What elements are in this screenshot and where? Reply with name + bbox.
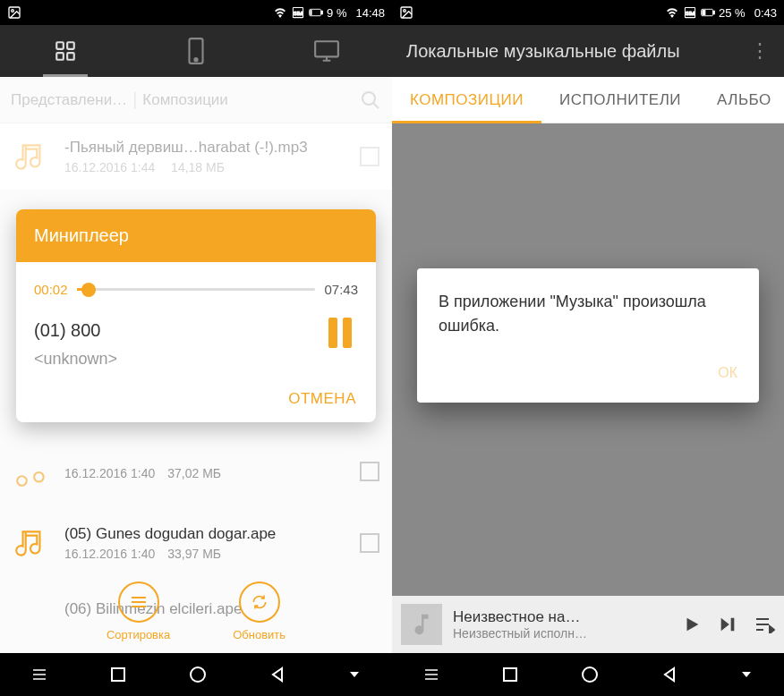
- file-row[interactable]: 16.12.2016 1:4037,02 МБ: [0, 444, 392, 510]
- svg-rect-26: [504, 668, 516, 681]
- status-bar: SIM 9 % 14:48: [0, 0, 392, 25]
- cancel-button[interactable]: ОТМЕНА: [288, 390, 356, 407]
- svg-rect-6: [311, 11, 311, 15]
- file-info: (05) Gunes dogudan dogar.ape 16.12.2016 …: [64, 525, 360, 561]
- top-tabs: [0, 25, 392, 77]
- sim-icon: SIM: [683, 5, 697, 20]
- dialog-title: Миниплеер: [16, 209, 376, 262]
- progress-row: 00:02 07:43: [34, 282, 358, 297]
- tab-grid[interactable]: [0, 25, 131, 77]
- svg-point-1: [12, 10, 14, 13]
- svg-rect-5: [321, 11, 322, 14]
- file-info: -Пьяный дервиш…harabat (-!).mp3 16.12.20…: [64, 139, 360, 174]
- file-name: -Пьяный дервиш…harabat (-!).mp3: [64, 139, 360, 157]
- svg-rect-17: [112, 668, 124, 681]
- sort-action[interactable]: Сортировка: [107, 581, 170, 641]
- next-icon[interactable]: [718, 615, 737, 634]
- clock-text: 0:43: [754, 6, 777, 20]
- battery-percent: 9 %: [327, 6, 346, 20]
- music-file-icon: [13, 453, 50, 490]
- file-row[interactable]: -Пьяный дервиш…harabat (-!).mp3 16.12.20…: [0, 123, 392, 190]
- track-title: (01) 800: [34, 320, 322, 341]
- miniplayer-artist: Неизвестный исполн…: [453, 626, 671, 641]
- playlist-icon[interactable]: [754, 615, 775, 633]
- svg-point-15: [17, 476, 27, 486]
- error-dialog: В приложении "Музыка" произошла ошибка. …: [417, 268, 759, 403]
- album-art-icon: [401, 604, 442, 645]
- gallery-icon: [7, 5, 21, 20]
- track-artist: <unknown>: [34, 350, 322, 369]
- battery-icon: [309, 5, 323, 20]
- bottom-actions: Сортировка Обновить: [0, 569, 392, 653]
- page-title: Локальные музыкальные файлы: [406, 41, 750, 62]
- phone-device-icon: [186, 38, 206, 64]
- android-navbar: [0, 653, 392, 696]
- tab-albums[interactable]: АЛЬБО: [699, 77, 784, 123]
- svg-rect-24: [713, 11, 714, 14]
- seek-slider[interactable]: [77, 288, 316, 291]
- file-name: (05) Gunes dogudan dogar.ape: [64, 525, 360, 543]
- breadcrumb-item-1[interactable]: Представлени…: [11, 91, 127, 109]
- play-icon[interactable]: [682, 615, 702, 634]
- phone-left-screen: SIM 9 % 14:48 Представлени… |: [0, 0, 392, 696]
- nav-recents-icon[interactable]: [110, 666, 126, 683]
- refresh-action[interactable]: Обновить: [233, 581, 285, 641]
- battery-percent: 25 %: [719, 6, 746, 20]
- svg-text:SIM: SIM: [294, 11, 303, 16]
- refresh-icon: [239, 581, 280, 623]
- gallery-icon: [399, 5, 413, 20]
- overflow-menu-icon[interactable]: ⋮: [750, 39, 770, 63]
- sim-icon: SIM: [291, 5, 305, 20]
- ok-button[interactable]: ОК: [718, 365, 737, 380]
- miniplayer-title: Неизвестное на…: [453, 608, 671, 626]
- tab-phone[interactable]: [131, 25, 261, 77]
- nav-back-icon[interactable]: [661, 666, 677, 683]
- nav-dropdown-icon[interactable]: [348, 668, 361, 681]
- miniplayer-controls: [682, 615, 775, 634]
- nav-home-icon[interactable]: [189, 666, 207, 683]
- wifi-icon: [665, 5, 679, 20]
- nav-menu-icon[interactable]: [423, 666, 439, 683]
- svg-point-12: [194, 58, 197, 61]
- battery-icon: [701, 5, 715, 20]
- sort-icon: [118, 581, 159, 623]
- breadcrumb: Представлени… | Композиции: [0, 77, 392, 123]
- nav-menu-icon[interactable]: [31, 666, 47, 683]
- breadcrumb-sep: |: [132, 89, 137, 110]
- file-list: -Пьяный дервиш…harabat (-!).mp3 16.12.20…: [0, 123, 392, 190]
- nav-recents-icon[interactable]: [502, 666, 518, 683]
- miniplayer-bar[interactable]: Неизвестное на… Неизвестный исполн…: [392, 596, 784, 653]
- monitor-icon: [313, 39, 340, 63]
- svg-point-14: [362, 92, 375, 105]
- breadcrumb-item-2[interactable]: Композиции: [142, 91, 228, 109]
- svg-rect-9: [56, 53, 64, 60]
- clock-text: 14:48: [355, 6, 385, 20]
- tab-monitor[interactable]: [261, 25, 392, 77]
- svg-point-18: [191, 667, 205, 682]
- svg-rect-25: [703, 11, 705, 15]
- tab-artists[interactable]: ИСПОЛНИТЕЛИ: [541, 77, 699, 123]
- android-navbar: [392, 653, 784, 696]
- nav-home-icon[interactable]: [581, 666, 599, 683]
- total-time: 07:43: [324, 282, 358, 297]
- svg-rect-10: [67, 53, 74, 60]
- grid-icon: [54, 39, 77, 63]
- file-row[interactable]: (05) Gunes dogudan dogar.ape 16.12.2016 …: [0, 510, 392, 576]
- svg-text:SIM: SIM: [686, 11, 695, 16]
- nav-dropdown-icon[interactable]: [740, 668, 753, 681]
- svg-point-16: [34, 472, 44, 482]
- tab-compositions[interactable]: КОМПОЗИЦИИ: [392, 77, 541, 123]
- svg-rect-13: [315, 41, 338, 56]
- nav-back-icon[interactable]: [269, 666, 285, 683]
- file-checkbox[interactable]: [360, 533, 379, 553]
- svg-point-27: [583, 667, 597, 682]
- file-checkbox[interactable]: [360, 147, 379, 166]
- file-checkbox[interactable]: [360, 462, 379, 481]
- pause-button[interactable]: [322, 315, 358, 351]
- wifi-icon: [273, 5, 287, 20]
- error-message: В приложении "Музыка" произошла ошибка.: [439, 290, 737, 338]
- search-button[interactable]: [360, 89, 381, 111]
- music-file-icon: [13, 138, 50, 175]
- status-bar: SIM 25 % 0:43: [392, 0, 784, 25]
- music-file-icon: [13, 524, 50, 562]
